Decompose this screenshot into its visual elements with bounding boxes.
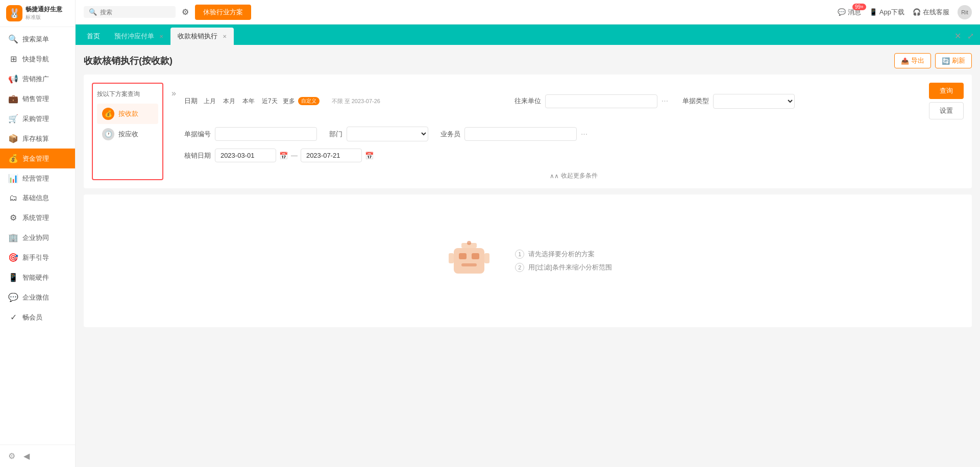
- docno-label: 单据编号: [184, 130, 211, 139]
- sidebar-item-system[interactable]: ⚙ 系统管理: [0, 208, 75, 228]
- verify-date-end-input[interactable]: [301, 149, 362, 162]
- sidebar-item-guide[interactable]: 🎯 新手引导: [0, 248, 75, 267]
- wechat-icon: 💬: [8, 292, 18, 302]
- dept-select[interactable]: [347, 127, 428, 141]
- industry-btn[interactable]: 休验行业方案: [195, 5, 251, 20]
- sidebar-item-member[interactable]: ✓ 畅会员: [0, 307, 75, 327]
- sidebar-item-sales[interactable]: 💼 销售管理: [0, 89, 75, 109]
- filter-option-receivable-label: 按应收: [118, 130, 138, 139]
- sidebar-item-hardware[interactable]: 📱 智能硬件: [0, 267, 75, 287]
- system-icon: ⚙: [8, 213, 18, 223]
- filter-dept-field: 部门: [329, 127, 428, 141]
- guide-icon: 🎯: [8, 253, 18, 262]
- date-more[interactable]: 更多: [283, 97, 295, 106]
- sidebar-item-enterprise[interactable]: 🏢 企业协同: [0, 228, 75, 248]
- setting-btn[interactable]: 设置: [929, 102, 964, 119]
- partner-input[interactable]: [545, 94, 657, 108]
- empty-step-2: 2 用[过滤]条件来缩小分析范围: [515, 263, 611, 272]
- sidebar-item-label-quick: 快捷导航: [22, 55, 49, 64]
- sidebar-item-label-inventory: 库存核算: [22, 134, 49, 143]
- gear-icon[interactable]: ⚙: [182, 7, 189, 17]
- message-btn[interactable]: 💬 消息 99+: [838, 8, 861, 17]
- online-service-btn[interactable]: 🎧 在线客服: [913, 8, 949, 17]
- collapse-sidebar-icon[interactable]: ◀: [23, 451, 30, 461]
- collapse-more-icon: ∧∧: [550, 173, 559, 180]
- date-this-month[interactable]: 本月: [221, 96, 237, 107]
- filter-docno-field: 单据编号: [184, 127, 317, 141]
- enterprise-icon: 🏢: [8, 233, 18, 242]
- logo-area: 🐰 畅捷通好生意 标准版: [0, 0, 75, 27]
- verify-date-label: 核销日期: [184, 151, 211, 160]
- sidebar-item-purchase[interactable]: 🛒 采购管理: [0, 109, 75, 129]
- empty-text-container: 1 请先选择要分析的方案 2 用[过滤]条件来缩小分析范围: [515, 250, 611, 272]
- date-custom-badge[interactable]: 自定义: [298, 97, 320, 105]
- filter-sidebar: 按以下方案查询 💰 按收款 🕐 按应收: [92, 83, 163, 180]
- tab-prepay[interactable]: 预付冲应付单 ✕: [107, 28, 170, 45]
- sidebar-item-quick[interactable]: ⊞ 快捷导航: [0, 49, 75, 69]
- verify-date-end-cal-icon[interactable]: 📅: [365, 152, 374, 160]
- user-avatar[interactable]: Rit: [958, 5, 972, 19]
- filter-verify-date-field: 核销日期 📅 — 📅: [184, 149, 374, 162]
- verify-date-start-cal-icon[interactable]: 📅: [279, 152, 288, 160]
- filter-option-receipt-icon: 💰: [102, 108, 114, 120]
- app-download-btn[interactable]: 📱 App下载: [869, 8, 904, 17]
- sidebar-item-inventory[interactable]: 📦 库存核算: [0, 129, 75, 149]
- user-name: Rit: [961, 9, 968, 15]
- doctype-select[interactable]: [713, 94, 795, 109]
- app-title: 畅捷通好生意: [26, 6, 62, 14]
- tab-verify-close[interactable]: ✕: [223, 34, 227, 39]
- sidebar-item-label-operation: 经营管理: [22, 174, 49, 183]
- date-this-year[interactable]: 本年: [240, 96, 257, 107]
- staff-input[interactable]: [464, 127, 577, 141]
- export-btn[interactable]: 📤 导出: [894, 53, 931, 68]
- refresh-btn[interactable]: 🔄 刷新: [935, 53, 972, 68]
- message-badge: 99+: [852, 4, 866, 10]
- search-input[interactable]: [100, 9, 170, 16]
- robot-svg: [444, 235, 495, 286]
- sales-icon: 💼: [8, 94, 18, 104]
- collapse-more-btn[interactable]: ∧∧ 收起更多条件: [184, 171, 964, 180]
- filter-staff-field: 业务员 ···: [440, 127, 590, 141]
- sidebar-item-operation[interactable]: 📊 经营管理: [0, 168, 75, 188]
- page-title: 收款核销执行(按收款): [84, 55, 173, 67]
- filter-date-field: 日期 上月 本月 本年 近7天 更多 自定义: [184, 96, 320, 107]
- sidebar-item-label-wechat: 企业微信: [22, 293, 49, 302]
- empty-content: 1 请先选择要分析的方案 2 用[过滤]条件来缩小分析范围: [444, 235, 611, 286]
- page-header: 收款核销执行(按收款) 📤 导出 🔄 刷新: [84, 53, 972, 68]
- tab-close-all-btn[interactable]: ✕: [952, 29, 963, 43]
- sidebar-item-marketing[interactable]: 📢 营销推广: [0, 69, 75, 89]
- filter-option-by-receipt[interactable]: 💰 按收款: [97, 104, 158, 124]
- app-download-label: App下载: [879, 8, 904, 17]
- sidebar-item-search[interactable]: 🔍 搜索菜单: [0, 29, 75, 49]
- sidebar-item-label-marketing: 营销推广: [22, 75, 49, 84]
- empty-illustration: [444, 235, 495, 286]
- content-area: 收款核销执行(按收款) 📤 导出 🔄 刷新 按以下方案查询 💰 按收款: [76, 45, 980, 467]
- date-7days[interactable]: 近7天: [260, 96, 280, 107]
- date-last-month[interactable]: 上月: [202, 96, 218, 107]
- sidebar-item-basic[interactable]: 🗂 基础信息: [0, 188, 75, 208]
- settings-icon[interactable]: ⚙: [8, 451, 15, 461]
- query-btn-group: 查询 设置: [929, 83, 964, 119]
- sidebar-item-wechat[interactable]: 💬 企业微信: [0, 287, 75, 307]
- docno-input[interactable]: [215, 127, 317, 141]
- tab-home[interactable]: 首页: [80, 28, 107, 45]
- tab-prepay-close[interactable]: ✕: [159, 34, 163, 39]
- inventory-icon: 📦: [8, 134, 18, 143]
- tab-fullscreen-btn[interactable]: ⤢: [965, 29, 976, 43]
- filter-collapse-btn[interactable]: »: [169, 87, 178, 100]
- sidebar-item-label-member: 畅会员: [22, 313, 42, 322]
- partner-dots-btn[interactable]: ···: [659, 96, 670, 106]
- partner-label: 往来单位: [514, 96, 541, 106]
- filter-panel: 按以下方案查询 💰 按收款 🕐 按应收 » 日期: [84, 75, 972, 188]
- svg-point-7: [467, 241, 471, 245]
- staff-dots-btn[interactable]: ···: [579, 130, 590, 139]
- dept-label: 部门: [329, 130, 342, 139]
- export-label: 导出: [911, 56, 924, 65]
- sidebar-item-finance[interactable]: 💰 资金管理: [0, 149, 75, 168]
- topbar-search-box[interactable]: 🔍: [84, 6, 176, 18]
- query-btn[interactable]: 查询: [929, 83, 964, 99]
- filter-option-by-receivable[interactable]: 🕐 按应收: [97, 124, 158, 144]
- verify-date-start-input[interactable]: [215, 149, 276, 162]
- step-2-text: 用[过滤]条件来缩小分析范围: [528, 263, 611, 272]
- tab-verify[interactable]: 收款核销执行 ✕: [170, 28, 234, 45]
